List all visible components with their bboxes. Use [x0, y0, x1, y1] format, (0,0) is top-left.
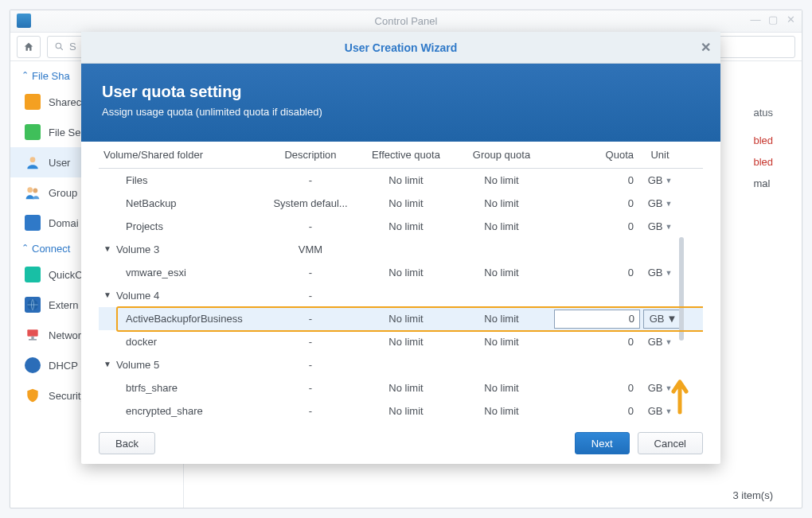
status-value: bled [753, 130, 773, 151]
table-row[interactable]: ActiveBackupforBusiness-No limitNo limit… [99, 307, 703, 330]
cell-unit: GB▼ [638, 174, 681, 186]
unit-select[interactable]: GB▼ [643, 405, 677, 417]
table-row[interactable]: Files-No limitNo limit0GB▼ [99, 169, 703, 192]
cancel-button[interactable]: Cancel [638, 432, 703, 454]
svg-point-3 [27, 187, 33, 193]
cell-unit: GB▼ [638, 336, 681, 348]
sidebar-item-label: Domai [49, 217, 79, 229]
table-row[interactable]: encrypted_share-No limitNo limit0GB▼ [99, 399, 703, 423]
cell-effective-quota: No limit [358, 267, 454, 278]
table-row[interactable]: docker-No limitNo limit0GB▼ [99, 330, 703, 353]
cell-quota[interactable]: 0 [549, 174, 638, 186]
unit-select[interactable]: GB▼ [643, 174, 677, 186]
table-row[interactable]: Projects-No limitNo limit0GB▼ [99, 215, 703, 238]
col-volume[interactable]: Volume/Shared folder [99, 149, 263, 161]
group-icon [25, 185, 41, 201]
app-icon [17, 14, 31, 28]
user-creation-wizard: User Creation Wizard ✕ User quota settin… [81, 32, 720, 464]
caret-down-icon: ▼ [103, 290, 111, 299]
cell-unit: GB▼ [638, 197, 681, 209]
sidebar-item-label: File Se [49, 127, 80, 138]
sidebar-item-label: Group [49, 187, 77, 199]
cell-group-quota: No limit [454, 405, 549, 417]
chevron-down-icon: ▼ [665, 384, 672, 392]
cell-unit: GB▼ [638, 382, 681, 394]
cell-effective-quota: No limit [358, 405, 454, 417]
unit-select[interactable]: GB▼ [643, 310, 683, 329]
col-group-quota[interactable]: Group quota [454, 149, 549, 161]
svg-rect-6 [27, 329, 37, 336]
unit-select[interactable]: GB▼ [643, 382, 677, 394]
cell-quota[interactable]: 0 [549, 382, 638, 394]
modal-title: User Creation Wizard [345, 41, 457, 54]
svg-point-0 [56, 43, 61, 49]
chevron-down-icon: ▼ [665, 177, 672, 185]
cloud-icon [25, 267, 41, 282]
volume-row[interactable]: ▼ Volume 4- [99, 284, 703, 307]
table-row[interactable]: vmware_esxi-No limitNo limit0GB▼ [99, 261, 703, 284]
cell-quota[interactable]: 0 [549, 220, 638, 232]
cell-quota[interactable]: 0 [549, 267, 638, 278]
maximize-button[interactable]: ▢ [767, 14, 779, 25]
back-button[interactable]: Back [99, 432, 155, 454]
status-value: mal [753, 173, 773, 194]
folder-name: Files [99, 174, 263, 186]
caret-down-icon: ▼ [103, 360, 111, 368]
chevron-down-icon: ▼ [665, 200, 672, 208]
unit-select[interactable]: GB▼ [643, 220, 677, 232]
close-window-button[interactable]: ✕ [784, 14, 797, 25]
svg-rect-8 [29, 339, 37, 341]
col-effective-quota[interactable]: Effective quota [358, 149, 454, 161]
cell-quota[interactable]: 0 [549, 336, 638, 348]
sidebar-item-label: QuickC [49, 269, 83, 281]
close-icon[interactable]: ✕ [701, 40, 711, 55]
minimize-button[interactable]: — [749, 14, 762, 25]
sidebar-item-label: Sharec [49, 96, 81, 108]
cell-effective-quota: No limit [358, 336, 454, 348]
cell-effective-quota: No limit [358, 313, 454, 325]
volume-name: Volume 3 [116, 243, 159, 255]
user-icon [25, 154, 41, 170]
volume-row[interactable]: ▼ Volume 5- [99, 353, 703, 376]
home-button[interactable] [17, 36, 41, 58]
unit-select[interactable]: GB▼ [643, 336, 677, 348]
volume-row[interactable]: ▼ Volume 3VMM [99, 238, 703, 261]
status-column: atus bled bled mal [753, 107, 773, 194]
cell-group-quota: No limit [454, 220, 549, 232]
col-quota[interactable]: Quota [549, 149, 638, 161]
svg-point-4 [33, 189, 37, 193]
cell-unit: GB▼ [638, 220, 681, 232]
cell-description: - [263, 336, 358, 348]
unit-select[interactable]: GB▼ [643, 197, 677, 209]
unit-select[interactable]: GB▼ [643, 267, 677, 278]
scrollbar[interactable] [679, 169, 684, 423]
table-body: Files-No limitNo limit0GB▼NetBackupSyste… [99, 169, 703, 423]
sidebar-item-label: User [49, 157, 70, 169]
dhcp-icon [25, 357, 41, 373]
table-row[interactable]: NetBackupSystem defaul...No limitNo limi… [99, 192, 703, 215]
cell-quota[interactable]: 0 [549, 197, 638, 209]
item-count: 3 item(s) [732, 489, 773, 501]
cell-group-quota: No limit [454, 313, 549, 325]
col-unit[interactable]: Unit [638, 149, 681, 161]
next-button[interactable]: Next [575, 432, 630, 454]
quota-input[interactable] [554, 310, 640, 329]
cell-effective-quota: No limit [358, 382, 454, 394]
window-controls: — ▢ ✕ [749, 14, 797, 25]
cell-quota[interactable]: 0 [549, 405, 638, 417]
table-row[interactable]: btrfs_share-No limitNo limit0GB▼ [99, 376, 703, 399]
home-icon [23, 41, 34, 53]
svg-rect-7 [31, 337, 33, 339]
cell-description: - [263, 405, 358, 417]
cell-group-quota: No limit [454, 267, 549, 278]
scrollbar-thumb[interactable] [679, 237, 684, 341]
col-description[interactable]: Description [263, 149, 358, 161]
folder-name: vmware_esxi [99, 267, 263, 278]
cell-description: - [263, 174, 358, 186]
status-value: bled [753, 151, 773, 173]
caret-down-icon: ▼ [103, 244, 111, 253]
chevron-down-icon: ▼ [665, 338, 672, 346]
folder-name: NetBackup [99, 197, 263, 209]
sidebar-item-label: Extern [49, 299, 79, 311]
cell-unit: GB▼ [638, 267, 681, 278]
